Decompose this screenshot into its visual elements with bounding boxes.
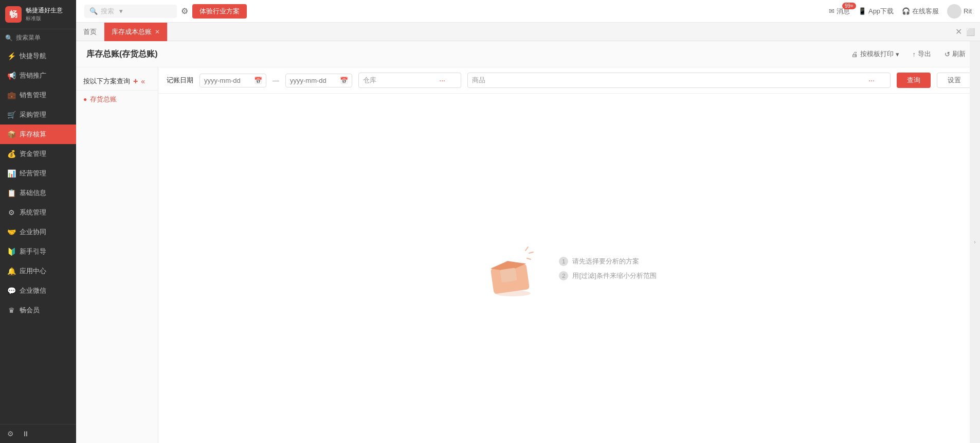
member-icon: ♛ [7, 306, 15, 314]
empty-illustration [482, 238, 543, 299]
fold-scheme-btn[interactable]: « [141, 77, 145, 85]
app-download-action[interactable]: 📱 App下载 [858, 7, 894, 16]
online-service-action[interactable]: 🎧 在线客服 [902, 7, 939, 16]
refresh-btn[interactable]: ↺ 刷新 [940, 47, 970, 61]
settings-footer-icon[interactable]: ⚙ [7, 430, 14, 438]
settings-button[interactable]: 设置 [937, 73, 972, 88]
hint-num-1: 1 [559, 257, 568, 266]
calendar-end-icon[interactable]: 📅 [340, 77, 348, 84]
refresh-icon: ↺ [945, 50, 950, 58]
wxwork-icon: 💬 [7, 287, 15, 295]
sidebar-item-system[interactable]: ⚙ 系统管理 [0, 203, 76, 222]
purchase-icon: 🛒 [7, 111, 15, 119]
sidebar-item-marketing[interactable]: 📢 营销推广 [0, 66, 76, 85]
page-header: 库存总账(存货总账) 🖨 按模板打印 ▾ ↑ 导出 ↺ 刷新 [76, 41, 980, 67]
sidebar-item-label: 系统管理 [20, 208, 46, 217]
app-edition: 标准版 [26, 15, 63, 22]
sidebar-item-purchase[interactable]: 🛒 采购管理 [0, 105, 76, 125]
topbar-actions: ✉ 消息 99+ 📱 App下载 🎧 在线客服 Rit [829, 4, 972, 19]
finance-icon: 💰 [7, 150, 15, 158]
sidebar-search[interactable]: 🔍 搜索菜单 [0, 29, 76, 46]
svg-line-2 [525, 247, 528, 251]
sidebar-item-finance[interactable]: 💰 资金管理 [0, 144, 76, 164]
tab-home-label: 首页 [83, 27, 97, 37]
empty-hint-2: 2 用[过滤]条件来缩小分析范围 [559, 271, 656, 280]
page-actions: 🖨 按模板打印 ▾ ↑ 导出 ↺ 刷新 [847, 47, 970, 61]
page-title: 库存总账(存货总账) [86, 49, 158, 60]
app-name: 畅捷通好生意 [26, 7, 63, 15]
tab-inventory-ledger-label: 库存成本总账 [112, 27, 152, 37]
service-icon: 🎧 [902, 7, 910, 15]
sidebar-item-label: 企业微信 [20, 286, 46, 295]
topbar-search-area[interactable]: 🔍 搜索 ▾ [84, 5, 177, 18]
sidebar-item-shortcut[interactable]: ⚡ 快捷导航 [0, 46, 76, 66]
filter-section-header: 按以下方案查询 + « [76, 73, 158, 91]
guide-icon: 🔰 [7, 247, 15, 256]
hint-num-2: 2 [559, 271, 568, 280]
system-icon: ⚙ [7, 208, 15, 217]
sidebar-item-member[interactable]: ♛ 畅会员 [0, 300, 76, 320]
sidebar-search-label: 搜索菜单 [16, 33, 41, 42]
user-avatar[interactable]: Rit [947, 4, 972, 19]
goods-placeholder: 商品 [472, 76, 485, 85]
warehouse-more-icon[interactable]: ··· [439, 76, 445, 84]
sidebar-item-guide[interactable]: 🔰 新手引导 [0, 242, 76, 261]
goods-select[interactable]: 商品 ··· [467, 73, 891, 88]
sidebar-item-label: 新手引导 [20, 247, 46, 256]
right-close-handle[interactable]: › [970, 67, 980, 443]
tab-panel-close-btn[interactable]: ✕ [955, 27, 962, 37]
topbar-settings-icon[interactable]: ⚙ [181, 6, 188, 16]
print-dropdown-icon[interactable]: ▾ [896, 50, 899, 58]
search-icon: 🔍 [5, 34, 13, 42]
sidebar-item-label: 销售管理 [20, 91, 46, 100]
add-scheme-btn[interactable]: + [133, 77, 138, 86]
sidebar-item-operation[interactable]: 📊 经营管理 [0, 164, 76, 183]
sidebar-item-label: 采购管理 [20, 110, 46, 119]
messages-action[interactable]: ✉ 消息 99+ [829, 7, 850, 16]
inventory-icon: 📦 [7, 130, 15, 138]
message-icon: ✉ [829, 7, 834, 15]
warehouse-select[interactable]: 仓库 ··· [358, 73, 461, 88]
scheme-item-inventory-ledger[interactable]: ● 存货总账 [76, 91, 158, 108]
user-name: Rit [964, 7, 972, 15]
filter-section-label: 按以下方案查询 [83, 77, 130, 86]
sidebar-item-inventory[interactable]: 📦 库存核算 [0, 125, 76, 144]
tab-home[interactable]: 首页 [76, 23, 104, 41]
svg-line-3 [529, 252, 533, 253]
app-logo-icon: 畅 [5, 6, 22, 23]
topbar: 🔍 搜索 ▾ ⚙ 体验行业方案 ✉ 消息 99+ 📱 App下载 🎧 在线客服 [76, 0, 980, 23]
sidebar-item-coop[interactable]: 🤝 企业协同 [0, 222, 76, 242]
basic-icon: 📋 [7, 189, 15, 197]
warehouse-placeholder: 仓库 [363, 76, 376, 85]
sidebar-item-label: 库存核算 [20, 130, 46, 139]
goods-more-icon[interactable]: ··· [868, 76, 875, 84]
trial-btn[interactable]: 体验行业方案 [192, 4, 247, 19]
sidebar-nav: ⚡ 快捷导航 📢 营销推广 💼 销售管理 🛒 采购管理 📦 库存核算 💰 资金管… [0, 46, 76, 424]
sidebar-item-label: 快捷导航 [20, 51, 46, 61]
sidebar-item-label: 畅会员 [20, 306, 40, 315]
topbar-search-icon: 🔍 [89, 7, 98, 15]
avatar-image [947, 4, 961, 19]
tabs-bar: 首页 库存成本总账 ✕ ✕ ⬜ [76, 23, 980, 41]
query-button[interactable]: 查询 [897, 73, 931, 88]
print-btn[interactable]: 🖨 按模板打印 ▾ [847, 47, 903, 61]
tab-close-icon[interactable]: ✕ [155, 28, 160, 36]
appstore-icon: 🔔 [7, 267, 15, 275]
calendar-start-icon[interactable]: 📅 [254, 77, 262, 84]
messages-badge: 99+ [842, 3, 856, 9]
topbar-search-placeholder: 搜索 [101, 7, 114, 16]
export-btn[interactable]: ↑ 导出 [909, 47, 936, 61]
sidebar-item-basic[interactable]: 📋 基础信息 [0, 183, 76, 203]
print-icon: 🖨 [851, 50, 858, 58]
sidebar-item-wxwork[interactable]: 💬 企业微信 [0, 281, 76, 300]
date-separator: — [273, 77, 279, 84]
svg-line-4 [527, 258, 531, 259]
sidebar-item-appstore[interactable]: 🔔 应用中心 [0, 261, 76, 281]
refresh-label: 刷新 [952, 49, 966, 59]
tab-inventory-ledger[interactable]: 库存成本总账 ✕ [104, 23, 168, 41]
date-label-text: 记账日期 [167, 76, 193, 85]
sidebar-item-sales[interactable]: 💼 销售管理 [0, 85, 76, 105]
tab-expand-icon[interactable]: ⬜ [966, 28, 975, 36]
topbar-dropdown-icon[interactable]: ▾ [119, 7, 123, 15]
audio-footer-icon[interactable]: ⏸ [22, 430, 29, 438]
